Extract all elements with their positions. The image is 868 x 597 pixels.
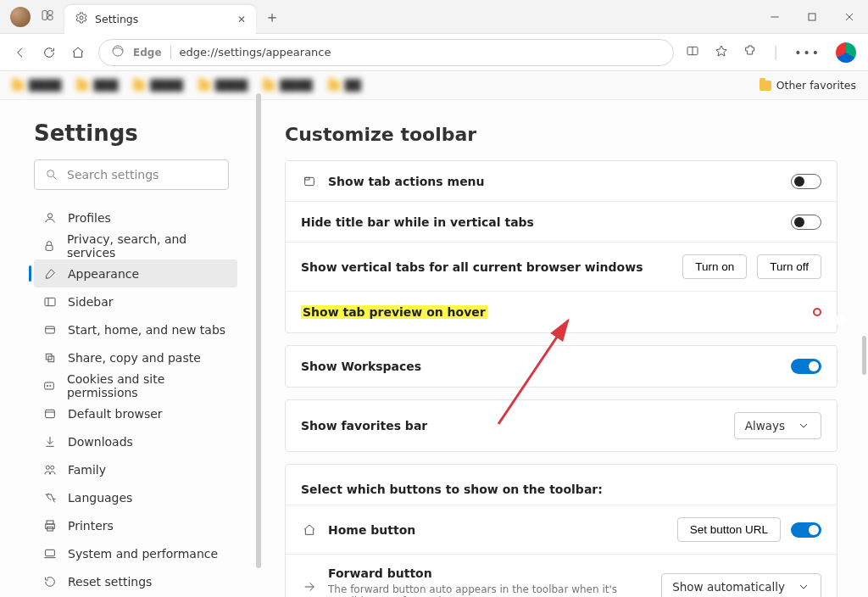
chevron-down-icon bbox=[797, 580, 810, 594]
split-screen-icon[interactable] bbox=[686, 44, 699, 60]
svg-rect-22 bbox=[45, 382, 54, 389]
sidebar-item-sidebar[interactable]: Sidebar bbox=[34, 287, 237, 315]
gear-icon bbox=[75, 11, 88, 27]
sidebar-item-start[interactable]: Start, home, and new tabs bbox=[34, 315, 237, 343]
sidebar-item-system[interactable]: System and performance bbox=[34, 539, 237, 567]
svg-point-14 bbox=[47, 213, 52, 217]
favorite-star-icon[interactable] bbox=[715, 44, 728, 60]
row-favorites-bar: Show favorites bar Always bbox=[286, 400, 837, 451]
new-tab-button[interactable]: ＋ bbox=[264, 7, 280, 27]
row-tab-preview: Show tab preview on hover bbox=[286, 292, 837, 332]
row-label: Show tab actions menu bbox=[328, 175, 781, 188]
workspaces-card: Show Workspaces bbox=[285, 345, 837, 388]
settings-content: ↖ Customize toolbar Show tab actions men… bbox=[254, 100, 868, 597]
refresh-button[interactable] bbox=[41, 44, 58, 61]
extensions-icon[interactable] bbox=[743, 44, 757, 60]
url-text: edge://settings/appearance bbox=[180, 46, 331, 59]
settings-sidebar: Settings Search settings Profiles Privac… bbox=[0, 100, 254, 597]
bing-chat-icon[interactable] bbox=[836, 42, 856, 63]
blurred-bookmarks: ████ ███ ████ ████ ████ ██ bbox=[12, 79, 361, 92]
svg-rect-2 bbox=[48, 16, 53, 20]
section-title: Customize toolbar bbox=[285, 124, 837, 145]
favorites-bar-card: Show favorites bar Always bbox=[285, 399, 837, 452]
content-scrollbar[interactable] bbox=[862, 336, 866, 375]
sidebar-item-default-browser[interactable]: Default browser bbox=[34, 399, 237, 427]
tab-title: Settings bbox=[95, 13, 231, 25]
home-icon bbox=[301, 523, 318, 537]
folder-icon bbox=[760, 81, 771, 91]
svg-rect-1 bbox=[48, 11, 53, 15]
workspaces-icon[interactable] bbox=[41, 8, 54, 25]
back-button[interactable] bbox=[12, 44, 29, 61]
svg-point-3 bbox=[80, 16, 83, 20]
sidebar-item-profiles[interactable]: Profiles bbox=[34, 204, 237, 232]
svg-point-29 bbox=[51, 466, 54, 469]
profile-avatar[interactable] bbox=[10, 7, 31, 27]
printer-icon bbox=[42, 519, 58, 533]
more-menu-icon[interactable]: ••• bbox=[794, 46, 821, 59]
browser-tab[interactable]: Settings ✕ bbox=[64, 5, 256, 34]
window-titlebar: Settings ✕ ＋ bbox=[0, 0, 868, 34]
svg-marker-11 bbox=[716, 46, 726, 56]
minimize-button[interactable] bbox=[756, 0, 793, 34]
svg-line-13 bbox=[53, 176, 56, 179]
settings-heading: Settings bbox=[34, 120, 248, 146]
row-label: Hide title bar while in vertical tabs bbox=[301, 215, 781, 229]
svg-point-12 bbox=[47, 170, 54, 177]
turn-off-button[interactable]: Turn off bbox=[757, 254, 821, 279]
row-label: Show vertical tabs for all current brows… bbox=[301, 260, 672, 274]
forward-icon bbox=[301, 580, 318, 594]
row-workspaces: Show Workspaces bbox=[286, 346, 837, 387]
toggle-hide-titlebar[interactable] bbox=[791, 215, 821, 230]
lock-icon bbox=[42, 239, 57, 253]
favorites-bar-dropdown[interactable]: Always bbox=[734, 412, 821, 439]
sidebar-item-languages[interactable]: Languages bbox=[34, 483, 237, 511]
svg-rect-0 bbox=[42, 11, 47, 20]
home-button-toolbar[interactable] bbox=[70, 44, 86, 61]
svg-rect-5 bbox=[809, 14, 815, 20]
browser-icon bbox=[42, 407, 58, 421]
toggle-home-button[interactable] bbox=[791, 522, 821, 538]
search-settings-input[interactable]: Search settings bbox=[34, 159, 229, 190]
sidebar-item-share[interactable]: Share, copy and paste bbox=[34, 343, 237, 371]
close-tab-icon[interactable]: ✕ bbox=[237, 14, 246, 25]
sidebar-item-downloads[interactable]: Downloads bbox=[34, 427, 237, 455]
maximize-button[interactable] bbox=[793, 0, 831, 34]
search-placeholder: Search settings bbox=[67, 168, 159, 181]
brush-icon bbox=[42, 267, 58, 281]
sidebar-item-printers[interactable]: Printers bbox=[34, 511, 237, 539]
turn-on-button[interactable]: Turn on bbox=[682, 254, 747, 279]
sidebar-item-cookies[interactable]: Cookies and site permissions bbox=[34, 371, 237, 399]
toggle-workspaces[interactable] bbox=[791, 359, 821, 374]
other-favorites[interactable]: Other favorites bbox=[760, 79, 856, 92]
sidebar-item-reset[interactable]: Reset settings bbox=[34, 567, 237, 595]
reset-icon bbox=[42, 575, 58, 589]
row-label: Show tab preview on hover bbox=[301, 305, 487, 319]
forward-button-dropdown[interactable]: Show automatically bbox=[661, 573, 821, 597]
power-icon bbox=[42, 323, 58, 337]
svg-point-28 bbox=[46, 466, 49, 469]
row-label: Select which buttons to show on the tool… bbox=[301, 483, 821, 496]
svg-rect-15 bbox=[46, 245, 53, 250]
svg-rect-33 bbox=[46, 550, 55, 555]
tab-actions-icon bbox=[301, 175, 318, 188]
svg-rect-25 bbox=[46, 410, 55, 417]
profile-icon bbox=[42, 211, 58, 225]
set-button-url[interactable]: Set button URL bbox=[677, 517, 781, 542]
browser-toolbar: Edge edge://settings/appearance │ ••• bbox=[0, 34, 868, 71]
toggle-tab-actions[interactable] bbox=[791, 174, 821, 189]
highlight-callout bbox=[813, 308, 821, 316]
share-icon bbox=[42, 351, 58, 365]
row-label: Show favorites bar bbox=[301, 419, 724, 432]
sidebar-item-privacy[interactable]: Privacy, search, and services bbox=[34, 232, 237, 259]
svg-point-8 bbox=[113, 46, 123, 56]
toolbar-settings-card: Show tab actions menu Hide title bar whi… bbox=[285, 160, 837, 333]
close-window-button[interactable] bbox=[831, 0, 868, 34]
sidebar-item-family[interactable]: Family bbox=[34, 455, 237, 483]
svg-rect-21 bbox=[48, 356, 54, 362]
row-select-buttons: Select which buttons to show on the tool… bbox=[286, 465, 837, 505]
row-hide-titlebar: Hide title bar while in vertical tabs bbox=[286, 202, 837, 243]
address-bar[interactable]: Edge edge://settings/appearance bbox=[98, 39, 674, 66]
svg-rect-16 bbox=[45, 298, 55, 305]
sidebar-item-appearance[interactable]: Appearance bbox=[34, 259, 237, 287]
